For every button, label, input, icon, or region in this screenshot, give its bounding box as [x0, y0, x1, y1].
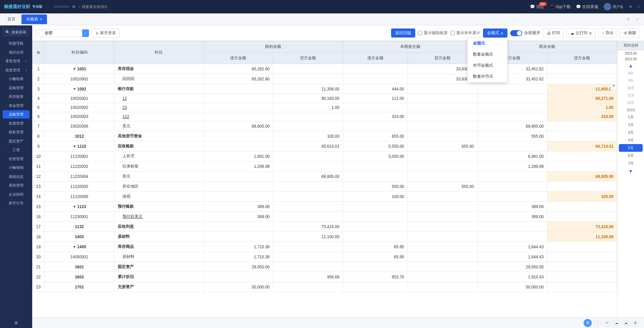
cloud-print-button[interactable]: ☁ 云打印 ∨	[567, 28, 596, 38]
sidebar-item-basic[interactable]: 基础信息	[3, 173, 30, 181]
period-month-5[interactable]: 5月	[619, 144, 643, 152]
row-subject-name: 库存商品	[114, 242, 204, 252]
top-bar-left: 畅捷通好业财 专业版 ⚙ ○ 我要看实例演示	[4, 3, 108, 10]
refresh-button[interactable]: ↺ 刷新	[620, 28, 640, 38]
search-input[interactable]	[42, 29, 82, 37]
settings-bottom-icon[interactable]: ⚙	[632, 320, 639, 326]
row-amount-cell	[408, 161, 477, 172]
period-down-arrow[interactable]: ▼	[618, 167, 644, 175]
table-row: 1211220004美元68,805.0068,805.00	[33, 172, 617, 182]
row-amount-cell: 80,160.00	[273, 94, 343, 103]
show-aux-checkbox[interactable]	[418, 31, 422, 35]
demo-link[interactable]: ○ 我要看实例演示	[78, 4, 108, 9]
dropdown-item-foreign-amount[interactable]: 外币金额式	[468, 60, 507, 71]
sidebar-item-wholesale[interactable]: 批发管理›	[3, 66, 30, 74]
sidebar-item-quick-nav[interactable]: 快捷导航	[3, 39, 30, 48]
sidebar-settings[interactable]: ⚙	[12, 318, 21, 328]
window-close-button[interactable]: ✕	[629, 4, 632, 9]
row-amount-cell	[273, 74, 343, 84]
table-row: 1311220005所在地区555.00555.00	[33, 182, 617, 192]
period-month-4[interactable]: 4月	[618, 136, 644, 144]
tab-balance[interactable]: 余额表 ✕	[21, 14, 47, 24]
table-settings-header[interactable]: ⚙	[33, 41, 45, 64]
show-ytd-check-label[interactable]: 显示本年累计	[450, 30, 480, 36]
edit-icon[interactable]: ✏	[604, 320, 610, 326]
sidebar-item-capital[interactable]: 资金管理	[3, 102, 30, 110]
row-subject-name[interactable]: 23	[114, 103, 204, 112]
row-amount-cell: 555.00	[408, 182, 477, 192]
sidebar-item-ecommerce[interactable]: 小畅电商	[3, 75, 30, 83]
amount-mode-button[interactable]: 金额式 ∧	[483, 28, 507, 38]
expand-more-button[interactable]: ∨ 展开更多	[92, 28, 120, 38]
search-arrow-button[interactable]: ›	[82, 29, 89, 37]
print-button[interactable]: 🖨 打印	[543, 28, 564, 38]
sidebar-item-system[interactable]: 系统管理	[3, 181, 30, 190]
row-subject-name[interactable]: 122	[114, 112, 204, 121]
sidebar-item-report[interactable]: 小畅报销	[3, 163, 30, 172]
row-amount-cell: 1,299.99	[203, 161, 273, 172]
notification-button[interactable]: 💬 消息 99+	[530, 4, 544, 10]
sidebar-item-purchase[interactable]: 采购管理	[3, 84, 30, 92]
online-service-link[interactable]: 💬 在线客服	[576, 4, 598, 10]
row-amount-cell	[547, 131, 617, 141]
cloud-icon2[interactable]: ☁	[623, 320, 629, 326]
upload-icon[interactable]: ↑	[594, 320, 601, 326]
sidebar-search[interactable]: 🔍 搜索菜单	[3, 28, 30, 37]
period-month-7[interactable]: 7月	[618, 159, 644, 167]
sidebar-item-assets[interactable]: 固定资产	[3, 137, 30, 145]
sidebar-item-corp[interactable]: 企业协同	[3, 190, 30, 199]
search-left-icon: ‹	[37, 30, 42, 37]
row-subject-name[interactable]: 12	[114, 94, 204, 103]
dropdown-item-qty-amount[interactable]: 数量金额式	[468, 49, 507, 60]
dropdown-item-amount[interactable]: 金额式	[468, 38, 507, 49]
row-amount-cell: 956.68	[273, 272, 343, 282]
search-bar[interactable]	[53, 6, 69, 8]
sidebar-item-salary[interactable]: 工资	[3, 146, 30, 154]
period-month-8-2022[interactable]: 8月	[618, 70, 644, 77]
window-maximize-button[interactable]: □	[638, 4, 640, 9]
row-subject-name[interactable]: 预付款美元	[114, 212, 204, 222]
show-ytd-checkbox[interactable]	[450, 31, 455, 35]
sidebar-item-tax[interactable]: 税务管理	[3, 128, 30, 136]
row-account-code: 1132	[45, 222, 114, 232]
expand-all-toggle-group: 全部展开	[510, 30, 540, 36]
user-avatar[interactable]: 用户名	[604, 3, 624, 10]
tab-balance-close[interactable]: ✕	[40, 17, 42, 21]
period-month-2[interactable]: 2月	[618, 121, 644, 129]
period-month-12-2022[interactable]: 12月	[618, 99, 644, 107]
lang-icon[interactable]: 英	[584, 319, 592, 327]
sidebar-item-retail[interactable]: 零售管理›	[3, 57, 30, 65]
sidebar-item-operations[interactable]: 经营管理	[3, 155, 30, 163]
period-month-6[interactable]: 6月	[618, 152, 644, 159]
row-number: 2	[33, 74, 45, 84]
row-amount-cell	[408, 103, 477, 112]
show-aux-check-label[interactable]: 显示辅助核算	[418, 30, 448, 36]
tab-window-resize[interactable]: ⤢	[634, 17, 641, 22]
sidebar-item-ledger[interactable]: 总账管理	[3, 110, 30, 119]
sidebar-item-invoice[interactable]: 发票管理	[3, 119, 30, 128]
sidebar-item-inventory[interactable]: 库存核算	[3, 92, 30, 101]
sidebar-item-project[interactable]: 项目合同	[3, 48, 30, 57]
row-amount-cell	[343, 212, 408, 222]
row-amount-cell	[547, 151, 617, 161]
table-row: 9▼1122应收账款65,614.015,555.00655.0060,714.…	[33, 141, 617, 151]
tab-window-close[interactable]: ✕	[625, 17, 632, 22]
sidebar-item-guide[interactable]: 新手引导	[3, 199, 30, 207]
settings-icon[interactable]: ⚙	[72, 5, 75, 9]
close-panel-button[interactable]: ✕	[610, 81, 617, 90]
period-month-11-2022[interactable]: 11月	[618, 92, 644, 99]
dropdown-item-qty-foreign[interactable]: 数量外币式	[468, 71, 507, 82]
tab-home[interactable]: 首页	[3, 14, 20, 24]
expand-all-toggle[interactable]	[510, 30, 522, 36]
return-old-version-button[interactable]: 返回旧版	[391, 28, 415, 38]
period-month-9-2022[interactable]: 9月	[618, 77, 644, 84]
period-month-1[interactable]: 1月	[618, 113, 644, 121]
period-up-arrow[interactable]: ▲	[618, 62, 644, 70]
cloud-sync-icon[interactable]: ☁	[613, 320, 620, 326]
period-month-10-2022[interactable]: 10月	[618, 84, 644, 92]
export-button[interactable]: ↑ 导出	[598, 28, 617, 38]
app-download-link[interactable]: 📱 App下载	[549, 4, 571, 10]
row-amount-cell	[477, 94, 547, 103]
period-month-3[interactable]: 3月	[618, 129, 644, 136]
row-amount-cell	[477, 103, 547, 112]
